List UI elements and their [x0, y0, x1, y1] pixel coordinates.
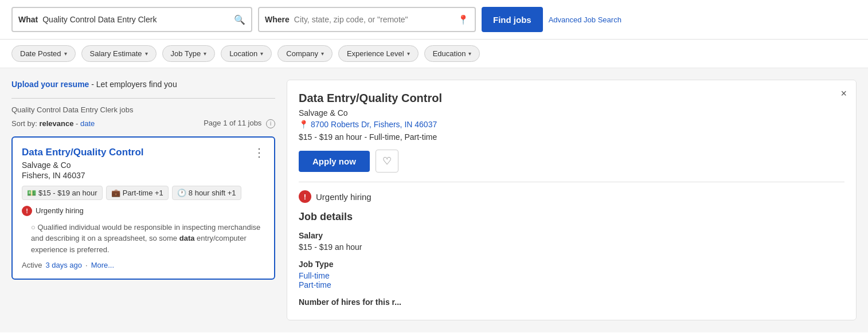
chevron-down-icon: ▾ — [260, 50, 263, 57]
search-bar: What 🔍 Where 📍 Find jobs Advanced Job Se… — [0, 0, 868, 40]
chevron-down-icon: ▾ — [468, 50, 471, 57]
type-tag: 💼 Part-time +1 — [106, 186, 169, 200]
detail-divider — [299, 182, 844, 182]
job-type-full-value: Full-time — [299, 271, 844, 280]
job-type-field-label: Job Type — [299, 260, 844, 269]
where-label: Where — [265, 15, 290, 24]
number-of-hires-label: Number of hires for this r... — [299, 297, 844, 307]
close-button[interactable]: × — [840, 88, 847, 99]
jobs-search-label: Quality Control Data Entry Clerk jobs — [11, 105, 275, 114]
salary-field-label: Salary — [299, 231, 844, 240]
urgently-hiring-detail-text: Urgently hiring — [316, 192, 372, 202]
job-type-field: Job Type Full-time Part-time — [299, 260, 844, 289]
main-content: Upload your resume - Let employers find … — [0, 68, 868, 332]
what-search-group: What 🔍 — [11, 7, 252, 32]
where-input[interactable] — [294, 15, 458, 24]
left-panel: Upload your resume - Let employers find … — [11, 80, 275, 321]
job-details-section: Job details Salary $15 - $19 an hour Job… — [299, 211, 844, 307]
job-details-heading: Job details — [299, 211, 844, 223]
filter-bar: Date Posted ▾ Salary Estimate ▾ Job Type… — [0, 40, 868, 68]
detail-title: Data Entry/Quality Control — [299, 92, 844, 105]
job-card[interactable]: Data Entry/Quality Control ⋮ Salvage & C… — [11, 136, 275, 280]
advanced-search-link[interactable]: Advanced Job Search — [549, 15, 621, 24]
clock-icon: 🕐 — [177, 189, 186, 197]
urgently-hiring-icon: ! — [22, 206, 32, 216]
location-pin-icon: 📍 — [458, 14, 469, 25]
job-footer: Active 3 days ago · More... — [22, 261, 265, 269]
find-jobs-button[interactable]: Find jobs — [482, 7, 543, 32]
sort-left: Sort by: relevance - date — [11, 119, 95, 128]
urgently-hiring-text: Urgently hiring — [36, 206, 84, 215]
active-date-link[interactable]: 3 days ago — [45, 261, 82, 269]
where-search-group: Where 📍 — [258, 7, 476, 32]
salary-field: Salary $15 - $19 an hour — [299, 231, 844, 252]
detail-company: Salvage & Co — [299, 108, 844, 117]
location-icon: 📍 — [299, 120, 308, 129]
sort-date-link[interactable]: date — [80, 119, 95, 128]
filter-salary-estimate[interactable]: Salary Estimate ▾ — [81, 45, 157, 62]
job-description: Qualified individual would be responsibl… — [22, 222, 265, 256]
detail-salary: $15 - $19 an hour - Full-time, Part-time — [299, 132, 844, 142]
shift-tag: 🕐 8 hour shift +1 — [172, 186, 241, 200]
job-card-title: Data Entry/Quality Control — [22, 147, 144, 158]
save-job-button[interactable]: ♡ — [376, 150, 398, 173]
salary-tag: 💵 $15 - $19 an hour — [22, 186, 103, 200]
urgently-hiring-detail-row: ! Urgently hiring — [299, 190, 844, 203]
job-type-part-value: Part-time — [299, 280, 844, 289]
job-tags: 💵 $15 - $19 an hour 💼 Part-time +1 🕐 8 h… — [22, 186, 265, 200]
menu-dots-icon[interactable]: ⋮ — [253, 147, 265, 158]
salary-field-value: $15 - $19 an hour — [299, 242, 844, 252]
what-search-icon[interactable]: 🔍 — [234, 14, 245, 25]
filter-company[interactable]: Company ▾ — [277, 45, 333, 62]
sort-relevance: relevance — [39, 119, 73, 128]
chevron-down-icon: ▾ — [407, 50, 410, 57]
chevron-down-icon: ▾ — [204, 50, 206, 57]
filter-education[interactable]: Education ▾ — [424, 45, 480, 62]
briefcase-icon: 💼 — [111, 189, 120, 197]
job-description-item: Qualified individual would be responsibl… — [31, 222, 265, 256]
divider — [11, 98, 275, 99]
detail-location: 📍 8700 Roberts Dr, Fishers, IN 46037 — [299, 120, 844, 129]
more-link[interactable]: More... — [91, 261, 114, 269]
chevron-down-icon: ▾ — [64, 50, 67, 57]
detail-actions: Apply now ♡ — [299, 150, 844, 173]
filter-location[interactable]: Location ▾ — [221, 45, 272, 62]
right-panel: × Data Entry/Quality Control Salvage & C… — [287, 80, 857, 320]
urgently-hiring-detail-icon: ! — [299, 190, 311, 203]
info-icon[interactable]: i — [266, 119, 275, 128]
filter-date-posted[interactable]: Date Posted ▾ — [11, 45, 76, 62]
page-info: Page 1 of 11 jobs i — [204, 119, 275, 128]
upload-resume-link[interactable]: Upload your resume — [11, 80, 89, 89]
sort-row: Sort by: relevance - date Page 1 of 11 j… — [11, 119, 275, 128]
number-of-hires-field: Number of hires for this r... — [299, 297, 844, 307]
job-card-header: Data Entry/Quality Control ⋮ — [22, 147, 265, 158]
apply-now-button[interactable]: Apply now — [299, 151, 370, 172]
chevron-down-icon: ▾ — [321, 50, 324, 57]
what-label: What — [18, 15, 38, 24]
what-input[interactable] — [42, 15, 234, 24]
filter-job-type[interactable]: Job Type ▾ — [162, 45, 216, 62]
filter-experience-level[interactable]: Experience Level ▾ — [338, 45, 419, 62]
job-card-location: Fishers, IN 46037 — [22, 171, 265, 180]
chevron-down-icon: ▾ — [145, 50, 148, 57]
urgent-row: ! Urgently hiring — [22, 206, 265, 216]
upload-resume-banner: Upload your resume - Let employers find … — [11, 80, 275, 89]
job-card-company: Salvage & Co — [22, 160, 265, 170]
active-label: Active — [22, 261, 42, 269]
salary-icon: 💵 — [27, 189, 36, 197]
